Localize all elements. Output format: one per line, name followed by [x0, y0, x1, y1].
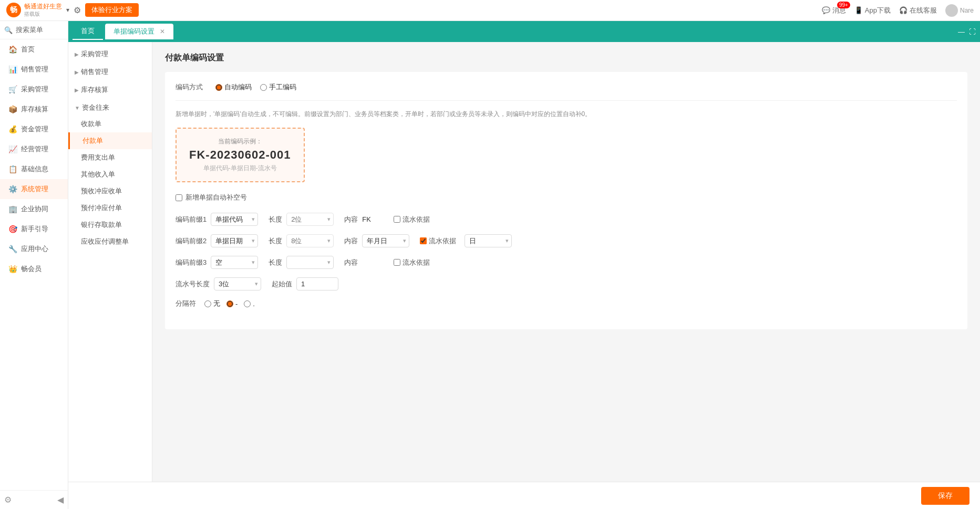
prefix2-length-field: 长度 8位 — [269, 234, 334, 247]
left-panel-item-prepay-payable[interactable]: 预付冲应付单 — [68, 200, 152, 216]
prefix1-length-field: 长度 2位 — [269, 213, 334, 226]
separator-dot-option[interactable]: . — [244, 300, 255, 308]
separator-none-option[interactable]: 无 — [204, 299, 220, 308]
member-icon: 👑 — [8, 265, 17, 273]
apps-icon: 🔧 — [8, 245, 17, 253]
manual-encode-option[interactable]: 手工编码 — [260, 82, 296, 92]
sidebar-item-member[interactable]: 👑 畅会员 — [0, 259, 68, 279]
left-panel-item-expense[interactable]: 费用支出单 — [68, 149, 152, 166]
auto-fill-row: 新增单据自动补空号 — [176, 193, 957, 202]
prefix1-length-select[interactable]: 2位 — [286, 213, 334, 226]
prefix2-stream-label[interactable]: 流水依据 — [420, 236, 456, 246]
left-panel-group-inventory-title[interactable]: ▶ 库存核算 — [68, 82, 152, 98]
serial-start-input[interactable] — [296, 277, 338, 290]
settings-icon[interactable]: ⚙ — [74, 5, 81, 15]
page-content: 付款单编码设置 编码方式 自动编码 手工编码 — [152, 42, 980, 482]
sidebar-item-system[interactable]: ⚙️ 系统管理 — [0, 179, 68, 199]
sidebar-item-purchase[interactable]: 🛒 采购管理 — [0, 79, 68, 99]
separator-dot-radio[interactable] — [244, 300, 251, 307]
sidebar-item-finance[interactable]: 💰 资金管理 — [0, 119, 68, 139]
prefix1-stream-checkbox[interactable] — [394, 216, 400, 223]
prefix2-period-select-wrapper: 日 月 年 — [465, 234, 512, 247]
left-panel-group-sales-title[interactable]: ▶ 销售管理 — [68, 64, 152, 80]
prefix3-length-label: 长度 — [269, 258, 282, 267]
prefix2-stream-checkbox[interactable] — [420, 237, 427, 244]
prefix1-stream-field: 流水依据 — [394, 215, 430, 224]
left-panel-item-prepay-receivable[interactable]: 预收冲应收单 — [68, 183, 152, 200]
separator-row: 分隔符 无 - . — [176, 299, 957, 308]
user-info[interactable]: Nare — [945, 4, 974, 17]
prefix3-length-select-wrapper — [286, 256, 334, 269]
prefix2-content-select[interactable]: 年月日 年月 年 — [362, 234, 409, 247]
sidebar-item-enterprise[interactable]: 🏢 企业协同 — [0, 199, 68, 219]
industry-btn[interactable]: 体验行业方案 — [85, 3, 139, 17]
auto-encode-radio[interactable] — [215, 84, 222, 91]
separator-none-radio[interactable] — [204, 300, 211, 307]
prefix2-period-select[interactable]: 日 月 年 — [465, 234, 512, 247]
left-panel-item-bank-deposit[interactable]: 银行存取款单 — [68, 216, 152, 233]
sidebar-item-home[interactable]: 🏠 首页 — [0, 39, 68, 59]
app-download-btn[interactable]: 📱 App下载 — [854, 6, 891, 15]
bottom-bar: 保存 — [68, 482, 980, 509]
prefix3-type-select[interactable]: 单据代码 单据日期 部门 业务员 空 — [211, 256, 258, 269]
auto-fill-checkbox[interactable] — [176, 194, 182, 201]
app-icon: 📱 — [854, 6, 863, 14]
serial-length-select[interactable]: 3位 4位 5位 — [214, 277, 261, 290]
sidebar-item-inventory[interactable]: 📦 库存核算 — [0, 99, 68, 119]
auto-encode-option[interactable]: 自动编码 — [215, 82, 252, 92]
left-panel-item-income[interactable]: 其他收入单 — [68, 166, 152, 183]
group-expand-icon: ▼ — [75, 105, 80, 111]
logo-text: 畅通道好生意 搭载版 — [24, 3, 62, 17]
tab-home[interactable]: 首页 — [73, 23, 103, 40]
online-service-btn[interactable]: 🎧 在线客服 — [899, 6, 937, 15]
topbar: 畅 畅通道好生意 搭载版 ▾ ⚙ 体验行业方案 💬 消息 99+ 📱 App下载… — [0, 0, 980, 21]
left-panel-item-payment[interactable]: 付款单 — [68, 132, 152, 149]
prefix1-content-label: 内容 — [344, 215, 358, 224]
sidebar-item-apps[interactable]: 🔧 应用中心 — [0, 239, 68, 259]
tab-close-icon[interactable]: ✕ — [160, 28, 165, 35]
manual-encode-radio[interactable] — [260, 84, 267, 91]
encode-method-row: 编码方式 自动编码 手工编码 — [176, 82, 957, 101]
left-panel-group-funds-title[interactable]: ▼ 资金往来 — [68, 100, 152, 116]
prefix3-stream-checkbox[interactable] — [394, 259, 400, 266]
separator-dash-radio[interactable] — [226, 300, 233, 307]
sidebar-item-basic[interactable]: 📋 基础信息 — [0, 159, 68, 179]
prefix1-type-select[interactable]: 单据代码 单据日期 部门 业务员 空 — [211, 213, 258, 226]
prefix1-stream-label[interactable]: 流水依据 — [394, 215, 430, 224]
sidebar-item-operation[interactable]: 📈 经营管理 — [0, 139, 68, 159]
left-panel-item-receipt[interactable]: 收款单 — [68, 116, 152, 132]
sales-icon: 📊 — [8, 65, 17, 74]
service-icon: 🎧 — [899, 6, 907, 14]
separator-options: 无 - . — [204, 299, 255, 308]
sidebar-item-sales[interactable]: 📊 销售管理 — [0, 59, 68, 79]
prefix2-type-select[interactable]: 单据代码 单据日期 部门 业务员 空 — [211, 234, 258, 247]
sidebar-collapse-icon[interactable]: ◀ — [57, 495, 64, 505]
prefix2-label: 编码前缀2 — [176, 236, 207, 246]
prefix1-content-field: 内容 FK — [344, 215, 383, 224]
auto-fill-checkbox-label[interactable]: 新增单据自动补空号 — [176, 193, 247, 202]
left-panel-group-funds: ▼ 资金往来 收款单 付款单 费用支出单 其他收入单 预收冲应收单 预付冲应付单… — [68, 100, 152, 250]
save-button[interactable]: 保存 — [921, 487, 969, 505]
search-icon: 🔍 — [4, 26, 13, 34]
message-btn[interactable]: 💬 消息 99+ — [822, 6, 846, 15]
topbar-left: 畅 畅通道好生意 搭载版 ▾ ⚙ 体验行业方案 — [6, 3, 139, 17]
settings-card: 编码方式 自动编码 手工编码 — [165, 72, 967, 329]
logo: 畅 畅通道好生意 搭载版 — [6, 3, 62, 17]
prefix2-length-select[interactable]: 8位 — [286, 234, 334, 247]
nav-back-icon[interactable]: ▾ — [66, 6, 69, 14]
tab-encoding-settings[interactable]: 单据编码设置 ✕ — [105, 24, 173, 39]
search-menu-btn[interactable]: 🔍 搜索菜单 — [0, 21, 68, 39]
prefix3-stream-label[interactable]: 流水依据 — [394, 258, 430, 267]
separator-dash-option[interactable]: - — [226, 300, 238, 308]
logo-icon: 畅 — [6, 3, 21, 17]
prefix3-length-field: 长度 — [269, 256, 334, 269]
tabbar-maximize-icon[interactable]: ⛶ — [969, 28, 976, 36]
tabbar-minimize-icon[interactable]: — — [958, 28, 965, 36]
prefix3-length-select[interactable] — [286, 256, 334, 269]
left-panel-item-adjustment[interactable]: 应收应付调整单 — [68, 233, 152, 250]
sidebar-item-guide[interactable]: 🎯 新手引导 — [0, 219, 68, 239]
left-panel-group-purchase-title[interactable]: ▶ 采购管理 — [68, 46, 152, 62]
sidebar-settings-icon[interactable]: ⚙ — [4, 495, 12, 505]
serial-start-field: 起始值 — [272, 277, 338, 290]
system-icon: ⚙️ — [8, 185, 17, 193]
